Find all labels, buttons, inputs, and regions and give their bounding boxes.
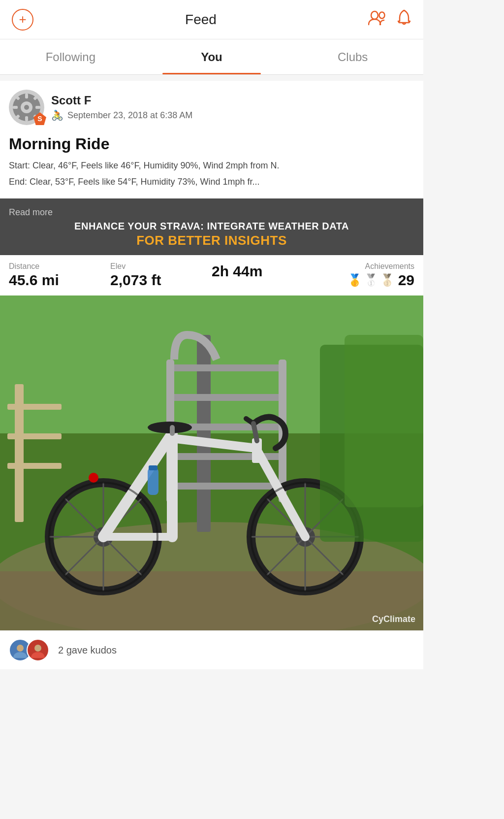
tab-following[interactable]: Following bbox=[0, 39, 141, 74]
tab-clubs[interactable]: Clubs bbox=[282, 39, 423, 74]
bronze-medal-icon: 🥇 bbox=[380, 273, 395, 287]
banner-subheadline: FOR BETTER INSIGHTS bbox=[9, 233, 414, 248]
svg-point-1 bbox=[379, 12, 384, 19]
stat-elevation: Elev 2,073 ft bbox=[110, 262, 212, 289]
activity-photo[interactable]: CyClimate bbox=[0, 295, 423, 630]
svg-rect-21 bbox=[7, 463, 62, 469]
app-header: + Feed bbox=[0, 0, 423, 39]
svg-point-57 bbox=[89, 473, 98, 483]
svg-rect-24 bbox=[167, 394, 285, 401]
header-actions bbox=[368, 9, 411, 30]
stats-row: Distance 45.6 mi Elev 2,073 ft 2h 44m Ac… bbox=[0, 255, 423, 295]
elevation-value: 2,073 ft bbox=[110, 272, 161, 289]
gold-medal-icon: 🥇 bbox=[347, 273, 362, 287]
svg-rect-27 bbox=[167, 483, 285, 490]
read-more-link[interactable]: Read more bbox=[9, 207, 414, 218]
distance-value: 45.6 mi bbox=[9, 272, 59, 289]
activity-meta: 🚴 September 23, 2018 at 6:38 AM bbox=[51, 109, 414, 121]
achievements-label: Achievements bbox=[365, 262, 415, 271]
svg-rect-19 bbox=[7, 404, 62, 410]
svg-rect-23 bbox=[167, 364, 285, 371]
add-button[interactable]: + bbox=[12, 9, 33, 31]
kudos-avatars bbox=[9, 639, 44, 661]
svg-point-4 bbox=[24, 105, 29, 110]
distance-label: Distance bbox=[9, 262, 39, 271]
header-title: Feed bbox=[185, 12, 217, 28]
svg-line-50 bbox=[253, 424, 257, 441]
tab-bar: Following You Clubs bbox=[0, 39, 423, 75]
user-name: Scott F bbox=[51, 94, 414, 107]
people-icon[interactable] bbox=[368, 10, 387, 29]
activity-title: Morning Ride bbox=[0, 130, 423, 159]
banner-headline: ENHANCE YOUR STRAVA: INTEGRATE WEATHER D… bbox=[9, 221, 414, 232]
time-value: 2h 44m bbox=[212, 263, 262, 280]
silver-medal-icon: 🥇 bbox=[364, 273, 378, 287]
svg-rect-7 bbox=[13, 106, 18, 109]
add-icon: + bbox=[19, 12, 26, 27]
user-info: Scott F 🚴 September 23, 2018 at 6:38 AM bbox=[51, 94, 414, 121]
user-row: S Scott F 🚴 September 23, 2018 at 6:38 A… bbox=[0, 81, 423, 130]
svg-rect-53 bbox=[148, 468, 158, 495]
achievements-icons: 🥇 🥇 🥇 29 bbox=[347, 272, 414, 289]
svg-rect-54 bbox=[149, 465, 158, 470]
svg-rect-5 bbox=[25, 94, 28, 98]
svg-rect-17 bbox=[0, 571, 423, 630]
svg-point-61 bbox=[17, 645, 24, 652]
kudos-text: 2 gave kudos bbox=[58, 645, 117, 656]
activity-card: S Scott F 🚴 September 23, 2018 at 6:38 A… bbox=[0, 81, 423, 669]
avatar[interactable]: S bbox=[9, 90, 44, 125]
svg-rect-6 bbox=[25, 116, 28, 121]
svg-rect-20 bbox=[7, 433, 62, 439]
weather-end: End: Clear, 53°F, Feels like 54°F, Humid… bbox=[0, 175, 423, 194]
elevation-label: Elev bbox=[110, 262, 126, 271]
bike-icon: 🚴 bbox=[51, 109, 63, 121]
svg-rect-26 bbox=[167, 453, 285, 460]
watermark: CyClimate bbox=[372, 614, 415, 624]
kudos-row: 2 gave kudos bbox=[0, 630, 423, 669]
achievements-count: 29 bbox=[398, 272, 414, 289]
stat-distance: Distance 45.6 mi bbox=[9, 262, 110, 289]
svg-point-0 bbox=[371, 11, 378, 19]
svg-point-63 bbox=[34, 645, 41, 652]
stat-achievements: Achievements 🥇 🥇 🥇 29 bbox=[313, 262, 414, 289]
bell-icon[interactable] bbox=[397, 9, 411, 30]
svg-rect-59 bbox=[345, 335, 423, 507]
weather-start: Start: Clear, 46°F, Feels like 46°F, Hum… bbox=[0, 159, 423, 172]
kudos-avatar-2 bbox=[27, 639, 49, 661]
tab-you[interactable]: You bbox=[141, 39, 283, 74]
stat-time: 2h 44m bbox=[212, 262, 313, 289]
activity-date: September 23, 2018 at 6:38 AM bbox=[67, 110, 192, 121]
svg-rect-8 bbox=[35, 106, 40, 109]
promo-banner[interactable]: Read more ENHANCE YOUR STRAVA: INTEGRATE… bbox=[0, 198, 423, 255]
